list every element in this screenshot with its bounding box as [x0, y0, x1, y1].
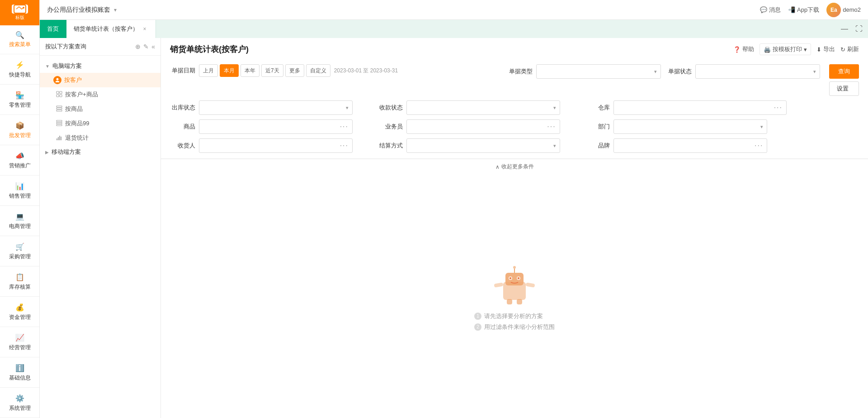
purchase-icon: 🛒: [15, 242, 25, 252]
by-customer-icon: [53, 76, 61, 84]
svg-rect-27: [507, 299, 512, 304]
sidebar-item-system[interactable]: ⚙️ 系统管理: [0, 388, 40, 418]
department-chevron: ▾: [760, 124, 763, 130]
goods-icon: [56, 105, 62, 113]
filter-area: 单据日期 上月 本月 本年 近7天 更多 自定义 2023-03-01 至 20…: [161, 59, 868, 159]
settlement-select[interactable]: ▾: [406, 138, 560, 153]
print-btn[interactable]: 🖨️ 按模板打印 ▾: [760, 43, 811, 55]
message-btn[interactable]: 💬 消息: [760, 6, 781, 14]
tab-bar-actions: — ⛶: [839, 24, 868, 34]
tab-sales-stat[interactable]: 销货单统计表（按客户） ×: [66, 20, 156, 38]
tree-group-mobile[interactable]: ▶ 移动端方案: [40, 145, 160, 159]
page-body: 按以下方案查询 ⊕ ✎ « ▼ 电脑端方案: [40, 38, 868, 418]
inventory-icon: 📋: [15, 272, 25, 282]
sidebar-item-ecommerce[interactable]: 💻 电商管理: [0, 206, 40, 236]
query-btn-group: 查询 设置: [829, 64, 859, 96]
user-profile-btn[interactable]: Ea demo2: [826, 3, 861, 17]
tree-group-desktop[interactable]: ▼ 电脑端方案: [40, 59, 160, 73]
query-btn[interactable]: 查询: [829, 64, 859, 79]
sidebar-item-finance[interactable]: 💰 资金管理: [0, 297, 40, 327]
operations-icon: 📈: [15, 332, 25, 342]
sidebar-item-search[interactable]: 🔍 搜索菜单: [0, 25, 40, 54]
settlement-chevron: ▾: [553, 143, 556, 149]
brand-select[interactable]: ···: [613, 138, 767, 153]
help-icon: ❓: [733, 46, 741, 53]
svg-rect-11: [57, 122, 62, 124]
top-header: 办公用品行业模拟账套 ▾ 💬 消息 📲 App下载 Ea demo2: [40, 0, 868, 20]
doc-type-label: 单据类型: [507, 67, 533, 76]
left-panel-title: 按以下方案查询: [45, 43, 86, 51]
tree-section: ▼ 电脑端方案 按客户: [40, 56, 160, 162]
out-status-label: 出库状态: [170, 104, 195, 112]
tab-bar: 首页 销货单统计表（按客户） × — ⛶: [40, 20, 868, 38]
left-panel: 按以下方案查询 ⊕ ✎ « ▼ 电脑端方案: [40, 38, 161, 418]
tree-item-return-stat[interactable]: 退货统计: [40, 131, 160, 145]
sidebar-item-retail[interactable]: 🏪 零售管理: [0, 85, 40, 115]
tab-home[interactable]: 首页: [40, 20, 66, 38]
title-dropdown-icon[interactable]: ▾: [114, 7, 117, 13]
svg-rect-0: [14, 5, 26, 13]
date-btn-more[interactable]: 更多: [285, 64, 304, 77]
edit-scheme-btn[interactable]: ✎: [143, 43, 149, 50]
tree-item-by-customer[interactable]: 按客户: [40, 73, 160, 87]
salesperson-select[interactable]: ···: [406, 119, 560, 134]
receiver-select[interactable]: ···: [199, 138, 353, 153]
svg-rect-4: [60, 91, 62, 94]
date-btn-last-month[interactable]: 上月: [199, 64, 218, 77]
receipt-status-select[interactable]: ▾: [406, 100, 560, 115]
top-header-right: 💬 消息 📲 App下载 Ea demo2: [760, 3, 861, 17]
basics-icon: ℹ️: [15, 363, 25, 373]
sidebar-item-marketing[interactable]: 📣 营销推广: [0, 145, 40, 176]
help-btn[interactable]: ❓ 帮助: [733, 45, 754, 53]
department-select[interactable]: ▾: [613, 119, 767, 134]
sidebar-item-basics[interactable]: ℹ️ 基础信息: [0, 357, 40, 388]
date-btn-7days[interactable]: 近7天: [261, 64, 283, 77]
out-status-select[interactable]: ▾: [199, 100, 353, 115]
empty-state: 1 请先选择要分析的方案 2 用过滤条件来缩小分析范围: [161, 174, 868, 418]
doc-status-label: 单据状态: [666, 67, 692, 76]
filter-section: 单据日期 上月 本月 本年 近7天 更多 自定义 2023-03-01 至 20…: [161, 59, 868, 174]
sidebar-item-wholesale[interactable]: 📦 批发管理: [0, 115, 40, 145]
sidebar-item-operations[interactable]: 📈 经营管理: [0, 327, 40, 357]
collapse-bar[interactable]: ∧ 收起更多条件: [161, 159, 868, 174]
print-dropdown-icon: ▾: [804, 46, 807, 53]
date-filter: 上月 本月 本年 近7天 更多 自定义 2023-03-01 至 2023-03…: [199, 64, 502, 77]
svg-rect-7: [57, 106, 62, 107]
top-header-left: 办公用品行业模拟账套 ▾: [47, 6, 117, 14]
date-btn-this-month[interactable]: 本月: [220, 64, 239, 77]
doc-type-select[interactable]: ▾: [536, 64, 661, 79]
tree-item-by-customer-goods[interactable]: 按客户+商品: [40, 87, 160, 102]
sidebar-item-quick-nav[interactable]: ⚡ 快捷导航: [0, 54, 40, 85]
app-download-btn[interactable]: 📲 App下载: [788, 6, 819, 14]
doc-status-select[interactable]: ▾: [695, 64, 820, 79]
tab-close-btn[interactable]: ×: [141, 25, 148, 33]
date-range-text: 2023-03-01 至 2023-03-31: [334, 67, 398, 75]
tree-item-by-goods99[interactable]: 按商品99: [40, 116, 160, 131]
date-btn-custom[interactable]: 自定义: [306, 64, 330, 77]
svg-rect-16: [61, 137, 61, 140]
salesperson-label: 业务员: [377, 123, 403, 131]
settings-btn[interactable]: 设置: [829, 81, 859, 96]
warehouse-select[interactable]: ···: [613, 100, 787, 115]
tree-item-by-goods[interactable]: 按商品: [40, 102, 160, 116]
doc-type-chevron: ▾: [654, 69, 657, 75]
receipt-status-chevron: ▾: [553, 105, 556, 111]
refresh-btn[interactable]: ↻ 刷新: [840, 45, 859, 53]
collapse-panel-btn[interactable]: «: [151, 43, 155, 50]
left-panel-header: 按以下方案查询 ⊕ ✎ «: [40, 38, 160, 56]
tab-maximize-btn[interactable]: ⛶: [854, 24, 864, 34]
out-status-chevron: ▾: [346, 105, 349, 111]
date-btn-this-year[interactable]: 本年: [241, 64, 259, 77]
sidebar-item-sales[interactable]: 📊 销售管理: [0, 176, 40, 206]
export-btn[interactable]: ⬇ 导出: [816, 45, 835, 53]
sidebar-item-inventory[interactable]: 📋 库存核算: [0, 266, 40, 297]
system-icon: ⚙️: [15, 393, 25, 403]
goods-select[interactable]: ···: [199, 119, 353, 134]
date-label: 单据日期: [170, 66, 195, 75]
sidebar-item-purchase[interactable]: 🛒 采购管理: [0, 236, 40, 266]
doc-status-chevron: ▾: [813, 69, 816, 75]
add-scheme-btn[interactable]: ⊕: [135, 43, 141, 50]
tab-minimize-btn[interactable]: —: [839, 24, 850, 34]
svg-rect-5: [57, 95, 59, 97]
receiver-dots: ···: [340, 142, 349, 150]
